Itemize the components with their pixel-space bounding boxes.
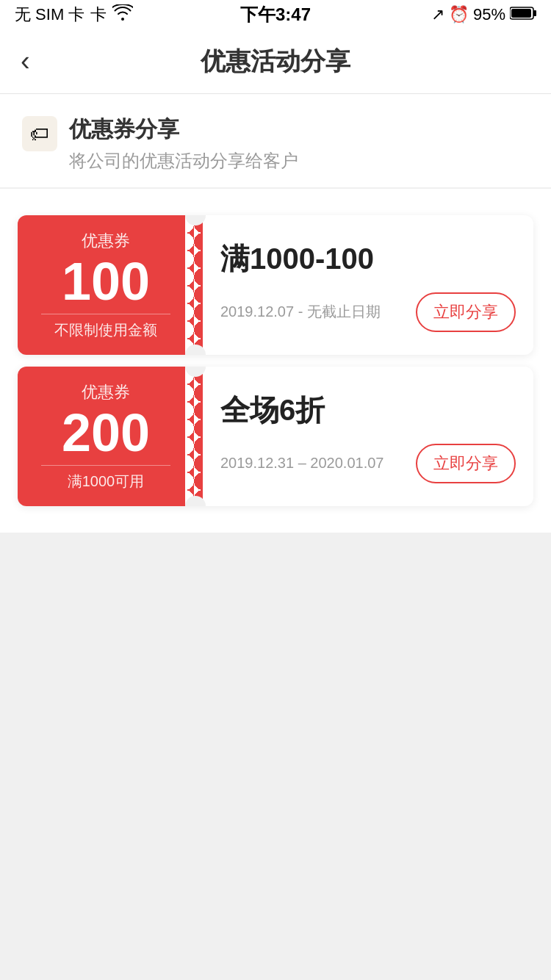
coupon-right-2: 全场6折 2019.12.31 – 2020.01.07 立即分享 [194,367,533,506]
coupon-left-1: 优惠券 100 不限制使用金额 [18,215,194,355]
nav-title: 优惠活动分享 [201,45,350,79]
coupon-amount-2: 200 [62,406,150,459]
back-button[interactable]: ‹ [21,46,30,77]
coupon-right-1: 满1000-100 2019.12.07 - 无截止日期 立即分享 [194,215,533,355]
coupon-item: 优惠券 100 不限制使用金额 满1000-100 2019.12.07 - 无… [18,215,533,355]
coupon-label-1: 优惠券 [82,230,130,252]
location-icon: ↗ [431,5,444,24]
coupon-item-2: 优惠券 200 满1000可用 全场6折 2019.12.31 – 2020.0… [18,367,533,506]
coupon-date-2: 2019.12.31 – 2020.01.07 [220,455,416,472]
nav-bar: ‹ 优惠活动分享 [0,29,551,94]
share-button-1[interactable]: 立即分享 [416,292,516,332]
section-title: 优惠券分享 [69,115,298,145]
coupon-title-1: 满1000-100 [220,239,516,279]
battery-text: 95% [473,5,505,24]
coupon-meta-1: 2019.12.07 - 无截止日期 立即分享 [220,292,516,332]
coupon-condition-2: 满1000可用 [68,472,145,491]
coupon-divider-1 [41,314,170,314]
coupon-condition-1: 不限制使用金额 [54,320,157,340]
share-button-2[interactable]: 立即分享 [416,444,516,483]
coupon-label-2: 优惠券 [82,381,130,403]
section-text: 优惠券分享 将公司的优惠活动分享给客户 [69,115,298,173]
coupon-divider-2 [41,465,170,466]
coupon-list: 优惠券 100 不限制使用金额 满1000-100 2019.12.07 - 无… [0,189,551,533]
svg-rect-2 [511,9,531,18]
coupon-title-2: 全场6折 [220,390,516,430]
bottom-area [0,533,551,973]
status-right: ↗ ⏰ 95% [431,5,536,24]
status-bar: 无 SIM 卡 卡 下午3:47 ↗ ⏰ 95% [0,0,551,29]
status-time: 下午3:47 [240,3,311,26]
coupon-amount-1: 100 [62,255,150,308]
coupon-icon: 🏷 [30,123,49,145]
section-header: 🏷 优惠券分享 将公司的优惠活动分享给客户 [0,94,551,187]
battery-icon [510,5,536,24]
svg-rect-1 [533,10,536,16]
coupon-left-2: 优惠券 200 满1000可用 [18,367,194,506]
sim-icon: 卡 [90,4,107,26]
status-left: 无 SIM 卡 卡 [15,4,133,26]
coupon-date-1: 2019.12.07 - 无截止日期 [220,302,416,322]
section-icon: 🏷 [22,116,57,151]
carrier-text: 无 SIM 卡 [15,4,84,26]
wifi-icon [112,4,133,25]
section-subtitle: 将公司的优惠活动分享给客户 [69,149,298,173]
alarm-icon: ⏰ [449,5,469,24]
coupon-meta-2: 2019.12.31 – 2020.01.07 立即分享 [220,444,516,483]
